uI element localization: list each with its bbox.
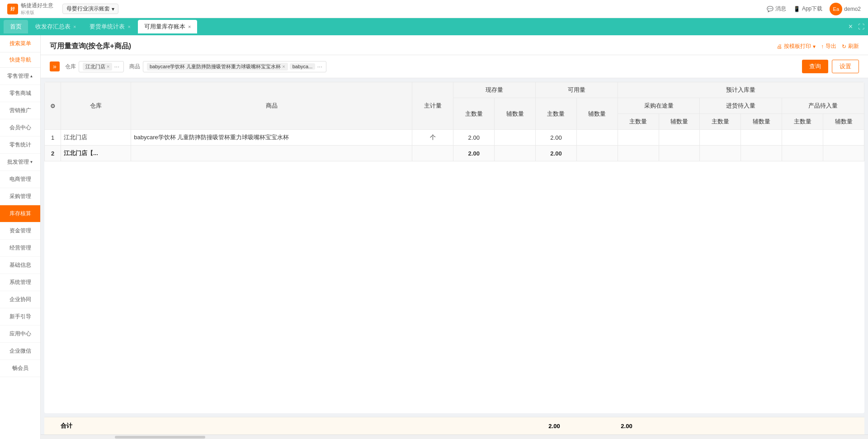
- top-bar-left: 好 畅捷通好生意 标准版 母婴行业演示账套 ▾: [7, 2, 118, 16]
- close-tab-summary[interactable]: ×: [73, 24, 76, 29]
- product-main-header: 主数量: [782, 114, 823, 130]
- chevron-down-icon: ▾: [112, 6, 114, 12]
- row-1-product: babycare学饮杯 儿童防摔防撞吸管杯重力球吸嘴杯宝宝水杯: [131, 130, 412, 146]
- row-2-product-main: [782, 146, 823, 161]
- message-icon: 💬: [767, 6, 774, 12]
- row-1-goods-sub: [741, 130, 782, 146]
- chevron-icon: ▲: [30, 74, 33, 78]
- goods-pending-header: 进货待入量: [700, 98, 782, 114]
- sidebar-item-enterprise[interactable]: 企业协同: [0, 291, 40, 308]
- row-2-purchase-main: [618, 146, 659, 161]
- row-1-current-main: 2.00: [453, 130, 495, 146]
- sidebar-item-chang-member[interactable]: 畅会员: [0, 360, 40, 377]
- refresh-icon: ↻: [842, 43, 846, 50]
- filter-expand-button[interactable]: »: [50, 61, 60, 71]
- tab-stock-available[interactable]: 可用量库存账本 ×: [138, 20, 197, 33]
- settings-col-header[interactable]: ⚙: [45, 82, 61, 130]
- product-input[interactable]: babycare学饮杯 儿童防摔防撞吸管杯重力球吸嘴杯宝宝水杯 × babyca…: [143, 61, 326, 72]
- content-area: 可用量查询(按仓库+商品) 🖨 按模板打印 ▾ ↑ 导出 ↻ 刷新: [41, 35, 868, 439]
- purchase-in-transit-header: 采购在途量: [618, 98, 700, 114]
- sidebar-item-finance[interactable]: 资金管理: [0, 222, 40, 240]
- footer-current-main: 2.00: [536, 423, 572, 430]
- goods-sub-header: 辅数量: [741, 114, 782, 130]
- print-button[interactable]: 🖨 按模板打印 ▾: [777, 42, 816, 50]
- page-header-actions: 🖨 按模板打印 ▾ ↑ 导出 ↻ 刷新: [777, 42, 859, 50]
- close-tab-stock-available[interactable]: ×: [188, 24, 191, 29]
- print-icon: 🖨: [777, 43, 782, 50]
- tab-summary[interactable]: 收发存汇总表 ×: [29, 20, 82, 33]
- sidebar-item-purchase[interactable]: 采购管理: [0, 188, 40, 205]
- sidebar-search[interactable]: 搜索菜单: [0, 35, 40, 52]
- row-1-product-main: [782, 130, 823, 146]
- sidebar-item-system[interactable]: 系统管理: [0, 274, 40, 291]
- row-1-unit: 个: [412, 130, 453, 146]
- sidebar-item-wholesale[interactable]: 批发管理 ▼: [0, 154, 40, 171]
- purchase-main-header: 主数量: [618, 114, 659, 130]
- footer-avail-main: 2.00: [609, 423, 645, 430]
- unit-col-header: 主计量: [412, 82, 453, 130]
- row-1-purchase-sub: [659, 130, 700, 146]
- app-download-button[interactable]: 📱 App下载: [793, 5, 822, 13]
- row-2-warehouse: 江北门店【...: [61, 146, 131, 161]
- warehouse-tag-remove[interactable]: ×: [107, 64, 109, 69]
- chevron-down-icon: ▾: [813, 43, 816, 50]
- settings-button[interactable]: 设置: [832, 60, 859, 73]
- product-tag-1: babycare学饮杯 儿童防摔防撞吸管杯重力球吸嘴杯宝宝水杯 ×: [147, 63, 288, 71]
- sidebar-quick-nav[interactable]: 快捷导航: [0, 52, 40, 68]
- sidebar-item-ecommerce[interactable]: 电商管理: [0, 171, 40, 188]
- main-layout: 搜索菜单 快捷导航 零售管理 ▲ 零售商城 营销推广 会员中心 零售统计 批发管…: [0, 35, 868, 439]
- industry-selector[interactable]: 母婴行业演示账套 ▾: [62, 4, 118, 14]
- row-2-current-main: 2.00: [453, 146, 495, 161]
- row-1-product-sub: [823, 130, 864, 146]
- sidebar-item-retail-mall[interactable]: 零售商城: [0, 85, 40, 102]
- close-all-tabs-button[interactable]: ×: [847, 22, 854, 32]
- scroll-thumb[interactable]: [115, 436, 205, 439]
- tab-home[interactable]: 首页: [4, 20, 28, 33]
- sidebar-item-operations[interactable]: 经营管理: [0, 240, 40, 257]
- warehouse-more-icon: ···: [114, 63, 119, 70]
- sidebar-item-member[interactable]: 会员中心: [0, 119, 40, 137]
- row-2-goods-sub: [741, 146, 782, 161]
- export-button[interactable]: ↑ 导出: [821, 42, 836, 50]
- logo-icon: 好: [7, 4, 18, 14]
- purchase-sub-header: 辅数量: [659, 114, 700, 130]
- horizontal-scrollbar[interactable]: [41, 434, 868, 439]
- close-tab-order-stats[interactable]: ×: [127, 24, 130, 29]
- warehouse-input[interactable]: 江北门店 × ···: [79, 61, 124, 72]
- user-avatar-area[interactable]: Ea demo2: [830, 3, 861, 15]
- product-more-icon: ···: [317, 63, 322, 70]
- warehouse-label: 仓库: [65, 63, 76, 71]
- sidebar-item-inventory[interactable]: 库存核算: [0, 205, 40, 222]
- row-2-avail-main: 2.00: [536, 146, 577, 161]
- refresh-button[interactable]: ↻ 刷新: [842, 42, 859, 50]
- sidebar-item-basic-info[interactable]: 基础信息: [0, 257, 40, 274]
- warehouse-col-header: 仓库: [61, 82, 131, 130]
- data-table: ⚙ 仓库 商品 主计量 现存量 可用量 预计入库量 主数量 辅数量 主数量 辅数…: [44, 82, 864, 161]
- row-2-current-sub: [495, 146, 536, 161]
- row-2-unit: [412, 146, 453, 161]
- query-button[interactable]: 查询: [802, 60, 828, 73]
- page-header: 可用量查询(按仓库+商品) 🖨 按模板打印 ▾ ↑ 导出 ↻ 刷新: [41, 35, 868, 55]
- expand-button[interactable]: ⛶: [858, 23, 864, 30]
- sidebar-item-marketing[interactable]: 营销推广: [0, 102, 40, 119]
- message-button[interactable]: 💬 消息: [767, 5, 786, 13]
- export-icon: ↑: [821, 43, 824, 50]
- row-2-avail-sub: [576, 146, 618, 161]
- chevron-down-icon: ▼: [30, 160, 33, 164]
- sidebar-item-guide[interactable]: 新手引导: [0, 308, 40, 326]
- current-sub-header: 辅数量: [495, 98, 536, 130]
- warehouse-filter-group: 仓库 江北门店 × ···: [65, 61, 124, 72]
- sidebar-item-wechat-work[interactable]: 企业微信: [0, 343, 40, 360]
- row-1-purchase-main: [618, 130, 659, 146]
- product-tag-1-remove[interactable]: ×: [282, 64, 285, 69]
- product-pending-header: 产品待入量: [782, 98, 864, 114]
- tab-order-stats[interactable]: 要货单统计表 ×: [83, 20, 137, 33]
- nav-tabs-right: × ⛶: [847, 22, 864, 32]
- row-2-goods-main: [700, 146, 741, 161]
- filter-actions: 查询 设置: [802, 60, 859, 73]
- nav-tabs: 首页 收发存汇总表 × 要货单统计表 × 可用量库存账本 × × ⛶: [0, 18, 868, 35]
- sidebar-item-retail-stats[interactable]: 零售统计: [0, 137, 40, 154]
- sidebar-item-retail[interactable]: 零售管理 ▲: [0, 68, 40, 85]
- row-2-product-sub: [823, 146, 864, 161]
- sidebar-item-app-center[interactable]: 应用中心: [0, 326, 40, 343]
